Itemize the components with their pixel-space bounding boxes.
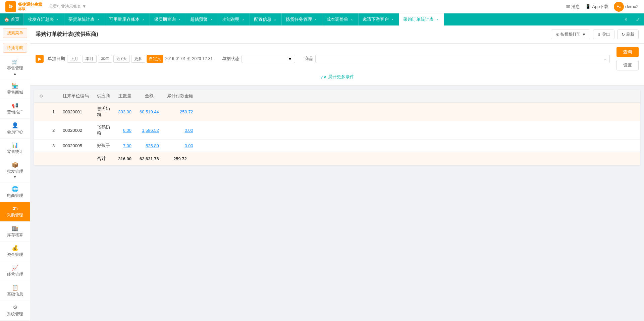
date-7days[interactable]: 近7天 (113, 55, 130, 63)
goods-label: 商品 (305, 56, 313, 62)
retail-icon: 🛒 (12, 58, 18, 65)
top-bar-right: ✉ 消息 📱 App下载 Ea demo2 (566, 2, 639, 12)
top-bar: 好 畅捷通好生意 标版 母婴行业演示账套 ▼ ✉ 消息 📱 App下载 Ea d… (0, 0, 644, 13)
cell-qty-2[interactable]: 7.00 (114, 140, 136, 152)
message-button[interactable]: ✉ 消息 (566, 4, 580, 10)
tab-yphtj[interactable]: 要货单统计表 × (64, 13, 105, 25)
column-settings-icon[interactable]: ⚙ (38, 93, 44, 99)
inventory-icon: 🏬 (12, 225, 18, 231)
print-button[interactable]: 🖨 按模板打印 ▼ (551, 30, 590, 39)
sidebar-item-shop[interactable]: 🏪 零售商城 (0, 79, 30, 99)
sidebar-item-jcxx[interactable]: 📋 基础信息 (0, 281, 30, 301)
chevron-down-icon: ∨∨ (320, 74, 327, 79)
date-this-month[interactable]: 本月 (83, 55, 97, 63)
cell-code-2: 00020005 (59, 140, 93, 152)
cell-paid-1[interactable]: 0.00 (163, 121, 197, 140)
basic-info-icon: 📋 (12, 284, 18, 291)
export-button[interactable]: ⬇ 导出 (593, 30, 614, 39)
footer-label-cell: 合计 (93, 152, 114, 165)
purchase-icon: 🛍 (12, 206, 18, 212)
table-footer-row: 合计 316.00 62,631.76 259.72 (34, 152, 640, 165)
footer-rownum-cell (48, 152, 59, 165)
sidebar-item-cggl[interactable]: 🛍 采购管理 (0, 202, 30, 222)
tab-close-pzxx[interactable]: × (273, 17, 277, 22)
status-filter: 单据状态 ▼ (222, 55, 295, 63)
sidebar-item-zjgl[interactable]: 💰 资金管理 (0, 242, 30, 261)
cell-qty-1[interactable]: 6.00 (114, 121, 136, 140)
tab-close-shfd[interactable]: × (55, 17, 60, 22)
sidebar-item-kchj[interactable]: 🏬 库存核算 (0, 222, 30, 242)
tab-phqwgl[interactable]: 拣货任务管理 × (282, 13, 322, 25)
tab-kylkcc[interactable]: 可用量库存账本 × (105, 13, 150, 25)
cell-amount-1[interactable]: 1,586.52 (136, 121, 163, 140)
tab-close-kylkcc[interactable]: × (141, 17, 146, 22)
date-shortcuts: 上月 本月 本年 近7天 更多 自定义 (67, 55, 163, 63)
cell-paid-2[interactable]: 0.00 (163, 140, 197, 152)
sidebar-item-hyztx[interactable]: 👤 会员中心 (0, 119, 30, 139)
query-button[interactable]: 查询 (616, 47, 639, 57)
tab-cgddtj[interactable]: 采购订单统计表 × (399, 13, 444, 25)
tab-yqxyjy[interactable]: 邀请下游客户 × (359, 13, 399, 25)
cell-supplier-0: 惠氏奶粉 (93, 103, 114, 121)
tab-shfd[interactable]: 收发存汇总表 × (24, 13, 64, 25)
sidebar-item-lingshou[interactable]: 🛒 零售管理 ▲ (0, 55, 30, 79)
quick-nav-button[interactable]: 快捷导航 (3, 43, 27, 53)
refresh-button[interactable]: ↻ 刷新 (617, 30, 639, 39)
date-custom[interactable]: 自定义 (147, 55, 163, 63)
tab-close-cchy[interactable]: × (209, 17, 214, 22)
tab-close-yphtj[interactable]: × (96, 17, 101, 22)
date-more[interactable]: 更多 (131, 55, 145, 63)
cell-paid-0[interactable]: 259.72 (163, 103, 197, 121)
cell-amount-0[interactable]: 60,519.44 (136, 103, 163, 121)
cell-amount-2[interactable]: 525.80 (136, 140, 163, 152)
user-name: demo2 (625, 4, 639, 9)
footer-qty-cell: 316.00 (114, 152, 136, 165)
tab-close-bxqcx[interactable]: × (177, 17, 182, 22)
th-settings: ⚙ (34, 90, 48, 103)
table-area: ⚙ 往来单位编码 供应商 主数量 金额 累计付款金额 1 00020001 惠氏… (30, 86, 644, 321)
ecommerce-icon: 🌐 (12, 186, 18, 192)
tab-close-yqxyjy[interactable]: × (390, 17, 395, 22)
settings-button[interactable]: 设置 (616, 60, 639, 70)
system-icon: ⚙ (13, 304, 17, 311)
sidebar-item-jygl[interactable]: 📈 经营管理 (0, 261, 30, 281)
print-dropdown-icon: ▼ (582, 32, 586, 37)
search-menu-button[interactable]: 搜索菜单 (3, 28, 27, 38)
maximize-button[interactable]: ⤢ (632, 13, 644, 25)
sidebar-item-dsgl[interactable]: 🌐 电商管理 (0, 182, 30, 202)
date-range-display: 2016-01-01 至 2023-12-31 (165, 56, 213, 62)
date-this-year[interactable]: 本年 (98, 55, 112, 63)
tab-gnms[interactable]: 功能说明 × (218, 13, 250, 25)
cell-qty-0[interactable]: 303.00 (114, 103, 136, 121)
tab-close-phqwgl[interactable]: × (313, 17, 318, 22)
data-table: ⚙ 往来单位编码 供应商 主数量 金额 累计付款金额 1 00020001 惠氏… (34, 90, 640, 165)
app-download-button[interactable]: 📱 App下载 (585, 4, 608, 10)
sidebar-item-yxtt[interactable]: 📢 营销推广 (0, 99, 30, 119)
tab-cbtz[interactable]: 成本调整单 × (322, 13, 359, 25)
footer-settings-cell (34, 152, 48, 165)
retail-stat-icon: 📊 (12, 142, 18, 148)
goods-input[interactable] (316, 55, 602, 63)
print-icon: 🖨 (555, 32, 559, 37)
sidebar-item-xtgl[interactable]: ⚙ 系统管理 (0, 301, 30, 321)
tab-close-cbtz[interactable]: × (350, 17, 354, 22)
tab-close-cgddtj[interactable]: × (435, 17, 440, 22)
filter-toggle-button[interactable]: ▶ (36, 55, 44, 63)
refresh-icon: ↻ (622, 32, 625, 37)
tab-home[interactable]: 🏠 首页 (0, 13, 24, 25)
th-code: 往来单位编码 (59, 90, 93, 103)
tab-close-gnms[interactable]: × (241, 17, 246, 22)
sidebar-item-pfgl[interactable]: 📦 批发管理 ▼ (0, 158, 30, 182)
close-all-button[interactable]: × (620, 13, 632, 25)
expand-more-button[interactable]: ∨∨ 展开更多条件 (320, 72, 354, 82)
tab-cchy[interactable]: 超储预警 × (186, 13, 218, 25)
tab-pzxx[interactable]: 配置信息 × (250, 13, 282, 25)
footer-paid-cell: 259.72 (163, 152, 197, 165)
sidebar-item-lstj[interactable]: 📊 零售统计 (0, 139, 30, 158)
finance-icon: 💰 (12, 245, 18, 251)
user-area[interactable]: Ea demo2 (614, 2, 639, 12)
status-select[interactable]: ▼ (241, 55, 295, 63)
tab-bxqcx[interactable]: 保质期查询 × (150, 13, 186, 25)
goods-input-more[interactable]: ··· (602, 55, 609, 63)
date-last-month[interactable]: 上月 (67, 55, 81, 63)
